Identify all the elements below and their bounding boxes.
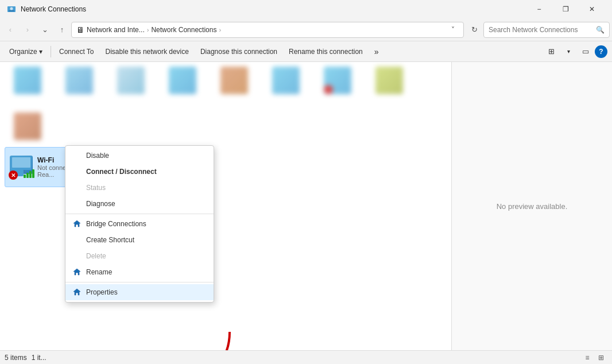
- svg-rect-7: [24, 175, 26, 178]
- minimize-button[interactable]: −: [526, 0, 552, 18]
- search-box[interactable]: 🔍: [483, 22, 610, 38]
- preview-panel: No preview available.: [451, 62, 612, 350]
- refresh-button[interactable]: ↻: [466, 22, 482, 38]
- ctx-shortcut[interactable]: Create Shortcut: [65, 232, 214, 248]
- status-view-controls: ≡ ⊞: [581, 351, 607, 364]
- ctx-status: Status: [65, 180, 214, 196]
- path-part1: Network and Inte...: [87, 26, 145, 34]
- rename-button[interactable]: Rename this connection: [284, 44, 367, 60]
- recent-locations-button[interactable]: ⌄: [37, 22, 53, 38]
- ctx-connect-label: Connect / Disconnect: [86, 168, 157, 176]
- main-area: ✕ Wi-Fi Not connected Rea...: [0, 62, 612, 350]
- connect-to-button[interactable]: Connect To: [55, 44, 99, 60]
- svg-rect-4: [12, 157, 30, 168]
- status-tiles-button[interactable]: ⊞: [595, 351, 607, 364]
- back-button[interactable]: ‹: [2, 22, 18, 38]
- red-x-icon: ✕: [9, 171, 18, 180]
- content-area: ✕ Wi-Fi Not connected Rea...: [0, 62, 451, 350]
- ctx-delete: Delete: [65, 248, 214, 264]
- context-menu: Disable Connect / Disconnect Status Diag…: [65, 145, 214, 303]
- status-info: 5 items 1 it...: [5, 354, 47, 362]
- maximize-button[interactable]: ❐: [552, 0, 579, 18]
- ctx-properties-icon: [72, 288, 82, 297]
- title-bar: Network Connections − ❐ ✕: [0, 0, 612, 18]
- blurred-icon-3: [108, 67, 154, 107]
- blurred-icon-6: [263, 67, 309, 107]
- signal-icon: [24, 169, 35, 180]
- ctx-rename-icon: [72, 268, 82, 277]
- ctx-delete-label: Delete: [86, 252, 106, 260]
- ctx-shortcut-label: Create Shortcut: [86, 236, 134, 244]
- path-part2: Network Connections: [151, 26, 216, 34]
- diagnose-button[interactable]: Diagnose this connection: [196, 44, 282, 60]
- address-bar: ‹ › ⌄ ↑ 🖥 Network and Inte... › Network …: [0, 18, 612, 41]
- toolbar-right: ⊞ ▾ ▭ ?: [543, 44, 607, 60]
- toolbar-separator-1: [51, 46, 51, 57]
- svg-rect-1: [9, 10, 14, 11]
- pane-button[interactable]: ▭: [578, 44, 594, 60]
- path-separator-1: ›: [147, 26, 149, 33]
- up-button[interactable]: ↑: [54, 22, 70, 38]
- ctx-separator-2: [65, 282, 214, 282]
- items-count: 5 items: [5, 354, 27, 362]
- blurred-icon-4: [160, 67, 206, 107]
- ctx-diagnose[interactable]: Diagnose: [65, 196, 214, 212]
- ctx-bridge[interactable]: Bridge Connections: [65, 216, 214, 232]
- view-options-button[interactable]: ⊞: [543, 44, 559, 60]
- svg-rect-8: [26, 173, 29, 178]
- blurred-icon-8: [366, 67, 412, 107]
- address-path: Network and Inte... › Network Connection…: [87, 26, 445, 34]
- arrow-annotation: [115, 326, 258, 350]
- ctx-status-icon: [72, 183, 82, 192]
- app-icon: [7, 5, 16, 14]
- ctx-rename-label: Rename: [86, 268, 112, 276]
- window-title: Network Connections: [21, 5, 86, 13]
- ctx-connect[interactable]: Connect / Disconnect: [65, 164, 214, 180]
- blurred-icon-2: [56, 67, 102, 107]
- disable-network-button[interactable]: Disable this network device: [101, 44, 193, 60]
- svg-point-2: [10, 7, 13, 10]
- no-preview-text: No preview available.: [497, 202, 568, 211]
- address-box[interactable]: 🖥 Network and Inte... › Network Connecti…: [71, 22, 464, 38]
- ctx-status-label: Status: [86, 184, 106, 192]
- ctx-bridge-label: Bridge Connections: [86, 220, 146, 228]
- organize-button[interactable]: Organize ▾: [5, 44, 47, 60]
- view-dropdown-button[interactable]: ▾: [560, 44, 576, 60]
- title-bar-left: Network Connections: [7, 5, 86, 14]
- ctx-disable-icon: [72, 151, 82, 160]
- search-icon: 🔍: [596, 26, 605, 34]
- ctx-shortcut-icon: [72, 235, 82, 245]
- ctx-disable[interactable]: Disable: [65, 148, 214, 164]
- wifi-item-icon: ✕: [10, 156, 33, 179]
- search-input[interactable]: [489, 26, 596, 34]
- close-button[interactable]: ✕: [579, 0, 605, 18]
- ctx-diagnose-label: Diagnose: [86, 200, 115, 208]
- blurred-icon-1: [5, 67, 51, 107]
- address-dropdown-button[interactable]: ˅: [447, 24, 459, 36]
- blurred-icons-area: [0, 62, 451, 148]
- ctx-bridge-icon: [72, 219, 82, 229]
- ctx-disable-label: Disable: [86, 152, 109, 160]
- ctx-rename[interactable]: Rename: [65, 264, 214, 280]
- ctx-properties[interactable]: Properties: [65, 284, 214, 300]
- title-bar-controls: − ❐ ✕: [526, 0, 605, 18]
- path-separator-2: ›: [219, 26, 221, 33]
- ctx-diagnose-icon: [72, 199, 82, 208]
- status-bar: 5 items 1 it... ≡ ⊞: [0, 350, 612, 364]
- forward-button[interactable]: ›: [20, 22, 36, 38]
- blurred-icon-5: [211, 67, 257, 107]
- help-button[interactable]: ?: [595, 45, 607, 58]
- ctx-separator-1: [65, 214, 214, 214]
- ctx-connect-icon: [72, 167, 82, 176]
- status-details-button[interactable]: ≡: [581, 351, 594, 364]
- ctx-properties-label: Properties: [86, 288, 118, 296]
- more-button[interactable]: »: [370, 44, 384, 60]
- svg-rect-9: [29, 171, 32, 178]
- path-icon: 🖥: [76, 25, 84, 34]
- toolbar: Organize ▾ Connect To Disable this netwo…: [0, 41, 612, 62]
- selected-count: 1 it...: [32, 354, 47, 362]
- ctx-delete-icon: [72, 251, 82, 261]
- svg-rect-10: [32, 169, 34, 178]
- blurred-icon-7: [315, 67, 361, 107]
